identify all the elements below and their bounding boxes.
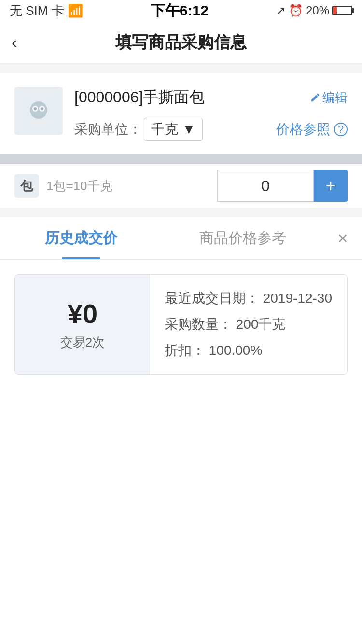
discount-label: 折扣： <box>165 343 205 358</box>
price-ref-button[interactable]: 价格参照 ? <box>276 120 348 139</box>
svg-point-4 <box>41 107 43 110</box>
history-card: ¥0 交易2次 最近成交日期： 2019-12-30 采购数量： 200千克 折… <box>14 274 348 375</box>
status-bar: 无 SIM 卡 📶 下午6:12 ↗ ⏰ 20% <box>0 0 362 21</box>
status-time: 下午6:12 <box>151 1 209 21</box>
back-button[interactable]: ‹ <box>12 33 17 52</box>
unit-box: 包 <box>14 174 39 198</box>
tab-price-ref[interactable]: 商品价格参考 <box>162 217 323 259</box>
tab-history-price[interactable]: 历史成交价 <box>0 217 162 259</box>
svg-point-3 <box>34 107 37 110</box>
purchase-qty-label: 采购数量： <box>165 317 232 332</box>
page-title: 填写商品采购信息 <box>115 31 247 54</box>
unit-value: 千克 <box>151 120 178 139</box>
history-discount-row: 折扣： 100.00% <box>165 341 333 360</box>
edit-icon <box>310 92 320 103</box>
edit-link[interactable]: 编辑 <box>310 89 348 106</box>
bottom-fill <box>0 389 362 644</box>
purchase-row: 采购单位： 千克 ▼ 价格参照 ? <box>74 118 348 141</box>
quantity-unit-info: 包 1包=10千克 <box>14 174 112 198</box>
product-info: [0000006]手撕面包 编辑 采购单位： 千克 ▼ 价格参照 ? <box>74 87 348 141</box>
close-icon: × <box>337 228 348 249</box>
product-name-row: [0000006]手撕面包 编辑 <box>74 87 348 108</box>
recent-date-label: 最近成交日期： <box>165 291 259 306</box>
purchase-qty-value: 200千克 <box>236 317 286 332</box>
battery-percent: 20% <box>306 4 329 17</box>
location-icon: ↗ <box>276 4 286 17</box>
tab-bar: 历史成交价 商品价格参考 × <box>0 217 362 260</box>
alarm-icon: ⏰ <box>289 4 303 17</box>
unit-desc: 1包=10千克 <box>46 178 112 195</box>
purchase-unit-area: 采购单位： 千克 ▼ <box>74 118 203 141</box>
product-card: [0000006]手撕面包 编辑 采购单位： 千克 ▼ 价格参照 ? <box>0 73 362 154</box>
history-date-row: 最近成交日期： 2019-12-30 <box>165 289 333 308</box>
unit-select[interactable]: 千克 ▼ <box>144 118 203 141</box>
edit-label: 编辑 <box>322 89 348 106</box>
page-header: ‹ 填写商品采购信息 <box>0 21 362 64</box>
battery-icon <box>332 6 352 15</box>
package-label: 包 <box>20 178 33 195</box>
quantity-input[interactable] <box>217 170 314 202</box>
tab-section: 历史成交价 商品价格参考 × ¥0 交易2次 最近成交日期： 2019-12-3… <box>0 217 362 389</box>
purchase-unit-label: 采购单位： <box>74 122 142 137</box>
quantity-row: 包 1包=10千克 + <box>0 164 362 208</box>
question-icon: ? <box>334 123 348 136</box>
gray-divider <box>0 154 362 164</box>
history-times: 交易2次 <box>60 334 105 351</box>
history-left: ¥0 交易2次 <box>15 275 150 374</box>
chevron-down-icon: ▼ <box>182 122 195 137</box>
qty-plus-button[interactable]: + <box>314 170 348 202</box>
tab-price-ref-label: 商品价格参考 <box>199 228 286 248</box>
history-content: ¥0 交易2次 最近成交日期： 2019-12-30 采购数量： 200千克 折… <box>0 260 362 389</box>
recent-date-value: 2019-12-30 <box>263 291 332 306</box>
tab-history-label: 历史成交价 <box>45 228 117 248</box>
discount-value: 100.00% <box>209 343 263 358</box>
history-qty-row: 采购数量： 200千克 <box>165 315 333 334</box>
product-name: [0000006]手撕面包 <box>74 87 205 108</box>
tab-close-button[interactable]: × <box>323 228 362 249</box>
status-signal: 无 SIM 卡 📶 <box>10 2 83 19</box>
svg-point-0 <box>30 101 47 119</box>
status-right: ↗ ⏰ 20% <box>276 4 352 17</box>
history-right: 最近成交日期： 2019-12-30 采购数量： 200千克 折扣： 100.0… <box>150 275 347 374</box>
qty-input-group: + <box>217 170 348 202</box>
product-logo-icon <box>24 97 53 126</box>
price-ref-label: 价格参照 <box>276 120 330 139</box>
history-price: ¥0 <box>68 298 97 329</box>
product-thumbnail <box>14 87 63 135</box>
